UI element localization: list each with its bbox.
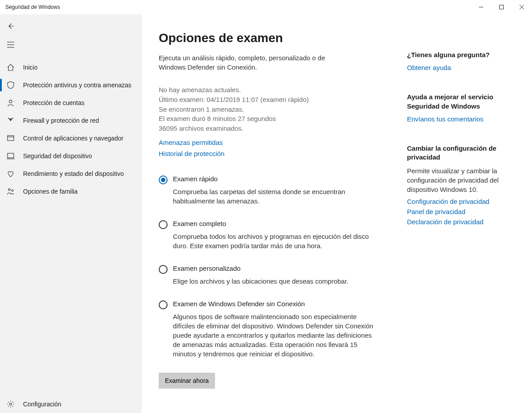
minimize-button[interactable] [471,0,491,14]
radio-icon [159,175,168,184]
status-duration: El examen duró 8 minutos 27 segundos [159,114,389,124]
improve-section: Ayuda a mejorar el servicio Seguridad de… [407,93,522,123]
radio-icon [159,220,168,229]
sidebar-item-device-health[interactable]: Rendimiento y estado del dispositivo [0,165,142,183]
privacy-section: Cambiar la configuración de privacidad P… [407,144,522,226]
hamburger-button[interactable] [0,35,142,54]
allowed-threats-link[interactable]: Amenazas permitidas [159,139,389,146]
help-section: ¿Tienes alguna pregunta? Obtener ayuda [407,51,522,71]
sidebar-item-label: Firewall y protección de red [23,117,99,124]
maximize-icon [499,5,504,9]
get-help-link[interactable]: Obtener ayuda [407,64,522,71]
improve-heading: Ayuda a mejorar el servicio Seguridad de… [407,93,522,111]
radio-label: Examen personalizado [173,265,389,272]
status-found: Se encontraron 1 amenazas. [159,105,389,114]
close-icon [520,5,524,9]
radio-label: Examen de Windows Defender sin Conexión [173,300,389,308]
scan-option-quick[interactable]: Examen rápido Comprueba las carpetas del… [159,175,389,206]
svg-rect-11 [8,153,14,158]
window-controls [471,0,532,14]
hamburger-icon [7,42,14,48]
protection-history-link[interactable]: Historial de protección [159,150,389,157]
scan-option-custom[interactable]: Examen personalizado Elige los archivos … [159,265,389,286]
scan-option-offline[interactable]: Examen de Windows Defender sin Conexión … [159,300,389,358]
family-icon [7,187,15,195]
sidebar-item-firewall[interactable]: Firewall y protección de red [0,112,142,129]
svg-rect-9 [8,136,14,140]
privacy-statement-link[interactable]: Declaración de privacidad [407,218,522,226]
radio-label: Examen completo [173,220,389,227]
radio-icon [159,265,168,274]
device-icon [7,152,15,160]
titlebar: Seguridad de Windows [0,0,532,14]
status-files: 36095 archivos examinados. [159,124,389,133]
sidebar-item-family-options[interactable]: Opciones de familia [0,183,142,200]
privacy-settings-link[interactable]: Configuración de privacidad [407,198,522,205]
sidebar-item-virus-protection[interactable]: Protección antivirus y contra amenazas [0,76,142,94]
back-arrow-icon [7,23,14,30]
radio-icon [159,300,168,309]
svg-point-13 [8,189,10,191]
shield-icon [7,81,15,89]
sidebar-item-label: Protección antivirus y contra amenazas [23,82,131,89]
privacy-heading: Cambiar la configuración de privacidad [407,144,522,162]
sidebar: Inicio Protección antivirus y contra ame… [0,14,142,413]
svg-point-7 [9,100,12,103]
person-icon [7,99,15,107]
window-title: Seguridad de Windows [5,4,60,10]
page-subtitle: Ejecuta un análisis rápido, completo, pe… [159,53,354,72]
sidebar-item-label: Inicio [23,64,38,71]
scan-options-group: Examen rápido Comprueba las carpetas del… [159,175,389,358]
status-no-threats: No hay amenazas actuales. [159,85,389,95]
gear-icon [7,400,15,408]
radio-label: Examen rápido [173,175,389,183]
main-content: Opciones de examen Ejecuta un análisis r… [159,31,389,413]
svg-point-15 [10,403,12,405]
privacy-text: Permite visualizar y cambiar la configur… [407,166,522,194]
home-icon [7,63,15,71]
scan-status-block: No hay amenazas actuales. Último examen:… [159,85,389,133]
right-column: ¿Tienes alguna pregunta? Obtener ayuda A… [407,31,522,413]
scan-now-button[interactable]: Examinar ahora [159,373,215,389]
app-browser-icon [7,134,15,142]
sidebar-item-app-browser-control[interactable]: Control de aplicaciones y navegador [0,129,142,147]
radio-desc: Comprueba todos los archivos y programas… [173,232,377,250]
sidebar-item-label: Opciones de familia [23,188,78,195]
sidebar-item-label: Rendimiento y estado del dispositivo [23,170,124,177]
sidebar-item-label: Control de aplicaciones y navegador [23,135,123,142]
maximize-button[interactable] [491,0,512,14]
sidebar-item-home[interactable]: Inicio [0,58,142,76]
sidebar-item-label: Seguridad del dispositivo [23,152,92,160]
back-button[interactable] [0,17,142,35]
svg-point-14 [12,190,13,191]
scan-option-full[interactable]: Examen completo Comprueba todos los arch… [159,220,389,250]
sidebar-item-account-protection[interactable]: Protección de cuentas [0,94,142,112]
sidebar-item-label: Configuración [23,401,61,408]
radio-desc: Algunos tipos de software malintencionad… [173,312,377,358]
radio-desc: Comprueba las carpetas del sistema donde… [173,187,377,206]
help-heading: ¿Tienes alguna pregunta? [407,51,522,59]
page-title: Opciones de examen [159,31,389,45]
heart-icon [7,170,15,178]
privacy-dashboard-link[interactable]: Panel de privacidad [407,208,522,215]
sidebar-item-label: Protección de cuentas [23,99,85,106]
minimize-icon [479,5,483,9]
svg-rect-1 [500,5,504,9]
radio-desc: Elige los archivos y las ubicaciones que… [173,277,377,286]
network-icon [7,117,15,125]
sidebar-item-settings[interactable]: Configuración [0,395,142,413]
feedback-link[interactable]: Envíanos tus comentarios [407,115,522,123]
close-button[interactable] [512,0,532,14]
sidebar-item-device-security[interactable]: Seguridad del dispositivo [0,147,142,165]
status-last-scan: Último examen: 04/11/2019 11:07 (examen … [159,95,389,105]
